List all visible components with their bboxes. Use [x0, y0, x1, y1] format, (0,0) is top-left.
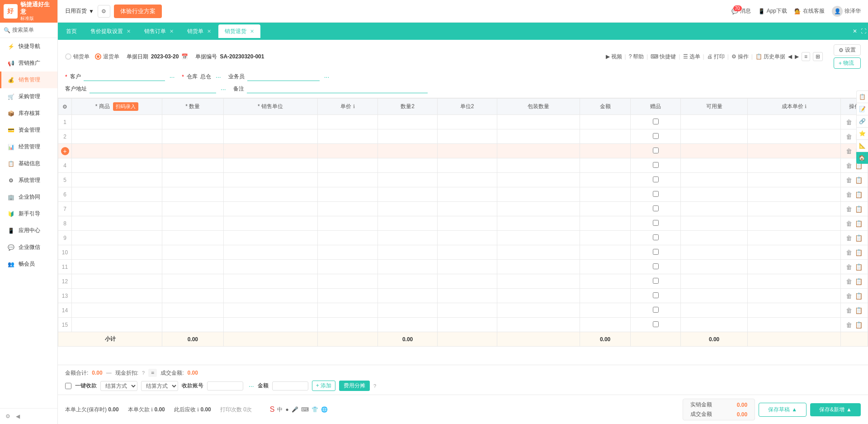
trial-button[interactable]: 体验行业方案 — [114, 5, 162, 18]
nav-next-btn[interactable]: ▶ — [795, 53, 799, 60]
right-panel-icon-1[interactable]: 📋 — [856, 91, 868, 103]
product-cell-2[interactable] — [72, 129, 162, 144]
delete-icon[interactable]: 🗑 — [846, 249, 852, 256]
copy-icon[interactable]: 📋 — [855, 292, 863, 300]
delete-icon[interactable]: 🗑 — [846, 176, 852, 184]
pack-cell-1[interactable] — [497, 115, 580, 129]
cost-price-cell-2[interactable] — [747, 129, 840, 144]
warehouse-dots-btn[interactable]: ··· — [216, 73, 221, 81]
view-list-btn[interactable]: ≡ — [802, 52, 810, 61]
unit2-cell-3[interactable] — [437, 144, 497, 158]
delete-icon[interactable]: 🗑 — [846, 205, 852, 213]
salesperson-dots-btn[interactable]: ··· — [324, 73, 330, 81]
history-btn[interactable]: 📋 历史单据 — [755, 53, 785, 61]
customer-input[interactable] — [84, 72, 165, 81]
copy-icon[interactable]: 📋 — [855, 249, 863, 256]
price-cell-2[interactable] — [317, 129, 378, 144]
available-cell-2[interactable] — [681, 129, 748, 144]
price-cell-1[interactable] — [317, 115, 378, 129]
delete-icon[interactable]: 🗑 — [846, 162, 852, 169]
pack-cell-3[interactable] — [497, 144, 580, 158]
tab-sales-delivery[interactable]: 销货单 ✕ — [181, 24, 217, 38]
qty2-cell-1[interactable] — [378, 115, 438, 129]
copy-icon[interactable]: 📋 — [855, 176, 863, 184]
amount-input[interactable] — [272, 381, 308, 391]
search-menu-item[interactable]: 🔍 搜索菜单 — [0, 23, 57, 38]
amount-cell-2[interactable] — [580, 129, 630, 144]
gift-checkbox-3[interactable] — [653, 148, 659, 153]
app-download-button[interactable]: 📱 App下载 — [758, 7, 787, 15]
settings-button[interactable]: ⚙ — [98, 5, 110, 18]
save-new-button[interactable]: 保存&新增 ▲ — [810, 403, 861, 416]
sidebar-item-basic[interactable]: 📋 基础信息 — [0, 155, 57, 172]
copy-icon[interactable]: 📋 — [855, 234, 863, 242]
available-cell-3[interactable] — [681, 144, 748, 158]
delete-icon[interactable]: 🗑 — [846, 278, 852, 285]
message-button[interactable]: 💬 70 消息 — [731, 7, 751, 15]
right-panel-icon-5[interactable]: 📐 — [856, 140, 868, 152]
sidebar-item-sales[interactable]: 💰 销售管理 — [0, 71, 57, 88]
add-payment-btn[interactable]: + 添加 — [312, 381, 335, 391]
cost-price-cell-1[interactable] — [747, 115, 840, 129]
tab-price-setup-close[interactable]: ✕ — [127, 29, 131, 34]
amount-cell-3[interactable] — [580, 144, 630, 158]
qty-cell-2[interactable] — [162, 129, 224, 144]
tab-price-setup[interactable]: 售价提取设置 ✕ — [84, 24, 137, 38]
delete-icon[interactable]: 🗑 — [846, 292, 852, 300]
save-draft-button[interactable]: 保存草稿 ▲ — [759, 403, 807, 417]
sidebar-item-enterprise[interactable]: 🏢 企业协同 — [0, 189, 57, 205]
account-dots-btn[interactable]: ··· — [249, 382, 254, 390]
qty-cell-3[interactable] — [162, 144, 224, 158]
tab-home[interactable]: 首页 — [60, 24, 83, 38]
right-panel-icon-4[interactable]: ⭐ — [856, 128, 868, 140]
equals-btn[interactable]: = — [148, 369, 157, 377]
delete-icon-3[interactable]: 🗑 — [846, 148, 852, 155]
unit-cell-3[interactable] — [223, 144, 317, 158]
sidebar-item-marketing[interactable]: 📢 营销推广 — [0, 55, 57, 71]
sidebar-item-finance[interactable]: 💳 资金管理 — [0, 122, 57, 138]
gift-checkbox-2[interactable] — [653, 133, 659, 139]
product-cell-1[interactable] — [72, 115, 162, 129]
copy-icon[interactable]: 📋 — [855, 191, 863, 198]
qty2-cell-3[interactable] — [378, 144, 438, 158]
tab-sales-return-close[interactable]: ✕ — [250, 29, 254, 34]
online-service-button[interactable]: 💁 在线客服 — [794, 7, 825, 15]
tab-sales-order-close[interactable]: ✕ — [170, 29, 174, 34]
copy-icon[interactable]: 📋 — [855, 220, 863, 227]
gift-cell-3[interactable] — [630, 144, 680, 158]
sidebar-item-operations[interactable]: 📊 经营管理 — [0, 138, 57, 155]
date-picker-icon[interactable]: 📅 — [181, 53, 188, 60]
sidebar-item-inventory[interactable]: 📦 库存核算 — [0, 105, 57, 122]
print-btn[interactable]: 🖨 打印 — [707, 53, 725, 61]
delete-icon-1[interactable]: 🗑 — [846, 119, 852, 126]
settings-bottom-icon[interactable]: ⚙ — [5, 413, 10, 419]
amount-cell-1[interactable] — [580, 115, 630, 129]
shortcut-btn[interactable]: ⌨ 快捷键 — [651, 53, 676, 61]
view-grid-btn[interactable]: ⊞ — [813, 52, 823, 61]
radio-return[interactable]: 退货单 — [95, 53, 119, 61]
collapse-icon[interactable]: ◀ — [16, 413, 20, 419]
qty2-cell-2[interactable] — [378, 129, 438, 144]
address-dots-btn[interactable]: ··· — [221, 86, 226, 93]
right-panel-icon-6[interactable]: 🏠 — [856, 152, 868, 164]
tab-sales-order[interactable]: 销售订单 ✕ — [138, 24, 180, 38]
fee-split-btn[interactable]: 费用分摊 — [339, 381, 370, 391]
delete-icon[interactable]: 🗑 — [846, 307, 852, 314]
delete-icon[interactable]: 🗑 — [846, 191, 852, 198]
tab-close-all-icon[interactable]: ✕ — [853, 28, 857, 34]
col-settings[interactable]: ⚙ — [58, 99, 72, 115]
help-btn[interactable]: ? 帮助 — [629, 53, 644, 61]
scan-input-btn[interactable]: 扫码录入 — [113, 102, 138, 111]
add-logistics-btn[interactable]: + 物流 — [834, 57, 861, 69]
user-profile-button[interactable]: 👤 徐泽华 — [832, 6, 861, 17]
settlement-select[interactable]: 结算方式 — [100, 381, 137, 391]
sidebar-item-shortcut[interactable]: ⚡ 快捷导航 — [0, 38, 57, 55]
copy-icon[interactable]: 📋 — [855, 321, 863, 329]
sidebar-item-guide[interactable]: 🔰 新手引导 — [0, 205, 57, 222]
product-cell-3[interactable] — [72, 144, 162, 158]
unit-cell-2[interactable] — [223, 129, 317, 144]
cost-price-cell-3[interactable] — [747, 144, 840, 158]
tab-sales-return[interactable]: 销货退货 ✕ — [218, 24, 260, 38]
copy-icon[interactable]: 📋 — [855, 205, 863, 213]
delete-icon[interactable]: 🗑 — [846, 234, 852, 242]
